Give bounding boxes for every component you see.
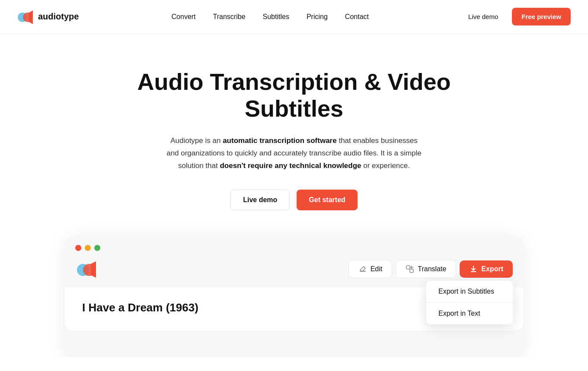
hero-desc-bold1: automatic transcription software [223, 136, 337, 145]
svg-rect-5 [406, 266, 410, 269]
nav-link-subtitles[interactable]: Subtitles [263, 13, 289, 21]
nav-live-demo-button[interactable]: Live demo [461, 10, 505, 24]
window-dot-red [75, 245, 81, 251]
edit-label: Edit [371, 265, 383, 273]
export-text-item[interactable]: Export in Text [426, 303, 513, 324]
export-button[interactable]: Export [460, 260, 513, 278]
hero-get-started-button[interactable]: Get started [297, 190, 357, 210]
toolbar-actions: Edit Translate Export [348, 260, 513, 278]
mockup-logo [75, 258, 98, 280]
logo-text: audiotype [38, 12, 79, 22]
nav-free-preview-button[interactable]: Free preview [512, 8, 571, 25]
window-dot-yellow [85, 245, 91, 251]
export-label: Export [481, 265, 503, 273]
mockup-logo-icon [75, 258, 98, 280]
export-icon [469, 265, 478, 273]
export-dropdown: Export in Subtitles Export in Text [426, 281, 513, 324]
hero-description: Audiotype is an automatic transcription … [166, 135, 422, 172]
nav-actions: Live demo Free preview [461, 8, 571, 25]
hero-desc-bold2: doesn't require any technical knowledge [220, 162, 361, 170]
svg-rect-6 [410, 269, 413, 273]
nav-link-convert[interactable]: Convert [172, 13, 196, 21]
app-mockup: Edit Translate Export [65, 236, 523, 357]
hero-title: Audio Transcription & Video Subtitles [125, 68, 463, 122]
edit-button[interactable]: Edit [348, 260, 393, 278]
hero-live-demo-button[interactable]: Live demo [230, 190, 290, 210]
mockup-wrapper: Edit Translate Export [0, 236, 588, 357]
translate-button[interactable]: Translate [396, 260, 456, 278]
logo[interactable]: audiotype [17, 9, 79, 25]
window-titlebar [65, 236, 523, 258]
hero-buttons: Live demo Get started [230, 190, 358, 210]
hero-desc-plain1: Audiotype is an [170, 136, 223, 145]
nav-link-pricing[interactable]: Pricing [307, 13, 328, 21]
mockup-toolbar: Edit Translate Export [65, 258, 523, 280]
logo-icon [17, 9, 34, 25]
nav-links: Convert Transcribe Subtitles Pricing Con… [172, 13, 369, 21]
hero-section: Audio Transcription & Video Subtitles Au… [0, 34, 588, 236]
translate-icon [406, 265, 414, 273]
navbar: audiotype Convert Transcribe Subtitles P… [0, 0, 588, 34]
nav-link-transcribe[interactable]: Transcribe [213, 13, 246, 21]
nav-link-contact[interactable]: Contact [345, 13, 369, 21]
hero-desc-plain3: or experience. [361, 162, 410, 170]
window-dot-green [94, 245, 100, 251]
translate-label: Translate [418, 265, 446, 273]
export-subtitles-item[interactable]: Export in Subtitles [426, 281, 513, 303]
edit-icon [358, 265, 367, 273]
